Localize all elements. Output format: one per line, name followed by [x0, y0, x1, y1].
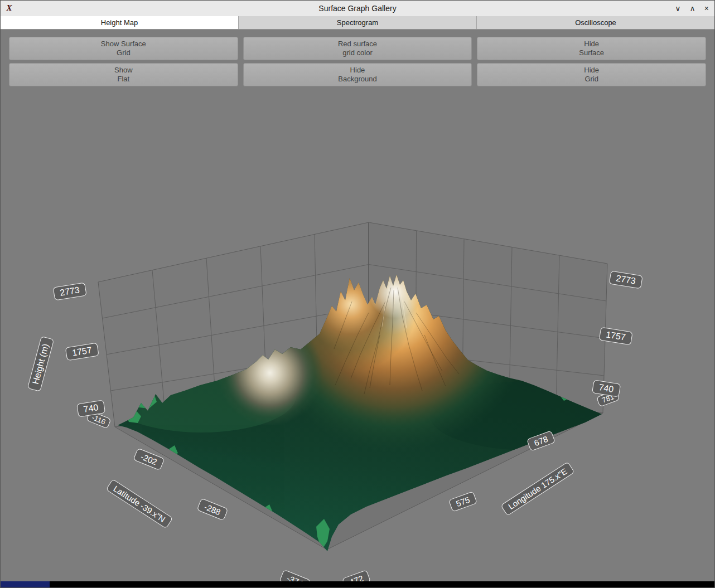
button-label-line: Surface	[579, 48, 604, 57]
maximize-window-button[interactable]: ∧	[690, 4, 695, 13]
tab-height-map[interactable]: Height Map	[1, 16, 239, 29]
window-title: Surface Graph Gallery	[1, 1, 714, 16]
close-window-button[interactable]: ×	[704, 4, 709, 13]
button-label-line: grid color	[342, 48, 372, 57]
button-label-line: Hide	[584, 40, 599, 48]
button-label-line: Hide	[584, 66, 599, 75]
button-label-line: Flat	[117, 75, 129, 84]
hide-background-button[interactable]: Hide Background	[243, 63, 472, 86]
application-window: Height (m) 2773 1757 -116 740 -202 -288 …	[0, 0, 715, 588]
button-label-line: Hide	[350, 66, 365, 75]
bottom-edge-strip	[1, 581, 714, 587]
surface-controls-toolbar: Show Surface Grid Red surface grid color…	[9, 37, 706, 86]
window-title-bar[interactable]: X Surface Graph Gallery ∨ ∧ ×	[1, 1, 714, 17]
surface-plot-canvas[interactable]	[1, 1, 715, 588]
button-label-line: Show Surface	[101, 40, 146, 48]
bottom-edge-strip-blue	[1, 581, 50, 587]
shade-window-button[interactable]: ∨	[675, 4, 680, 13]
show-flat-button[interactable]: Show Flat	[9, 63, 238, 86]
tab-bar: Height Map Spectrogram Oscilloscope	[1, 16, 714, 30]
tab-spectrogram[interactable]: Spectrogram	[239, 16, 477, 29]
button-label-line: Background	[338, 75, 376, 84]
button-label-line: Grid	[117, 48, 131, 57]
show-surface-grid-button[interactable]: Show Surface Grid	[9, 37, 238, 60]
button-label-line: Show	[114, 66, 133, 75]
button-label-line: Red surface	[338, 40, 377, 48]
hide-grid-button[interactable]: Hide Grid	[477, 63, 706, 86]
button-label-line: Grid	[584, 75, 598, 84]
red-surface-grid-color-button[interactable]: Red surface grid color	[243, 37, 472, 60]
hide-surface-button[interactable]: Hide Surface	[477, 37, 706, 60]
tab-oscilloscope[interactable]: Oscilloscope	[477, 16, 714, 29]
